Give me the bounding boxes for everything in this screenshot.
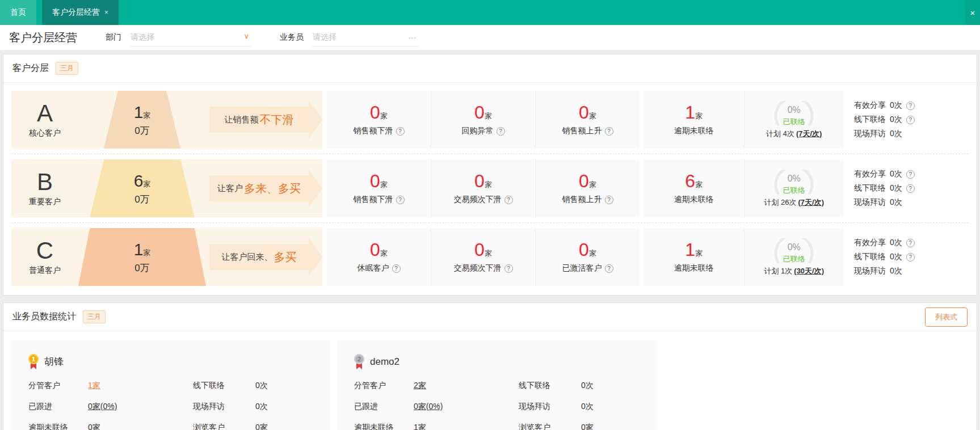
stat-sales-rise: 0家 销售额上升? — [535, 159, 640, 217]
help-icon[interactable]: ? — [605, 127, 613, 136]
month-badge: 三月 — [56, 62, 78, 75]
side-offline-contact: 线下联络0次? — [854, 115, 969, 125]
stat-frequency-decline: 0家 交易频次下滑? — [431, 228, 535, 286]
salesman-stats-grid: 分管客户2家 线下联络0次 已跟进0家(0%) 现场拜访0次 逾期未联络1家 浏… — [354, 381, 639, 430]
gauge-percent: 0% — [770, 174, 818, 184]
tier-c-trapezoid: 1家 0万 — [78, 228, 206, 286]
tier-a-stats: 0家 销售额下滑? 0家 回购异常? 0家 销售额上升? — [327, 91, 640, 149]
help-icon[interactable]: ? — [906, 116, 915, 124]
tier-amount: 0万 — [134, 124, 149, 137]
help-icon[interactable]: ? — [906, 184, 915, 193]
help-icon[interactable]: ? — [504, 264, 513, 273]
help-icon[interactable]: ? — [906, 102, 915, 110]
slogan-prefix: 让客户回来、 — [222, 252, 273, 263]
slogan-arrow: 让客户回来、 多买 — [209, 244, 309, 270]
tier-a-funnel: A 核心客户 1家 0万 让销售额 不下滑 — [11, 91, 322, 149]
tier-count: 6家 — [134, 171, 151, 191]
tier-c-stats: 0家 休眠客户? 0家 交易频次下滑? 0家 已激活客户? — [327, 228, 640, 286]
help-icon[interactable]: ? — [906, 239, 915, 247]
list-view-button[interactable]: 列表式 — [925, 307, 968, 327]
close-icon[interactable]: × — [965, 0, 980, 25]
stat-link[interactable]: 1家 — [88, 381, 193, 391]
salesman-name: 胡锋 — [44, 355, 64, 368]
gauge-label: 已联络 — [770, 254, 818, 264]
salesman-input[interactable]: 请选择 … — [312, 29, 419, 47]
side-offline-contact: 线下联络0次? — [854, 252, 969, 262]
tier-letter: A — [37, 102, 53, 125]
tier-amount: 0万 — [134, 193, 149, 206]
contact-gauge: 0% 已联络 计划 1次(30天/次) — [744, 228, 844, 286]
plan-cycle-link[interactable]: (7天/次) — [796, 129, 822, 138]
tier-a-trapezoid: 1家 0万 — [78, 91, 206, 149]
salesman-card-header: 2 demo2 — [354, 354, 639, 369]
stat-link[interactable]: 0家(0%) — [414, 402, 519, 412]
plan-text: 计划 26次(7天/次) — [764, 197, 824, 208]
plan-cycle-link[interactable]: (7天/次) — [798, 198, 825, 206]
salesmen-panel: 业务员数据统计 三月 列表式 1 胡锋 分管客户1家 线下联络0次 已跟进0家(… — [3, 302, 977, 430]
help-icon[interactable]: ? — [605, 264, 613, 273]
stat-dormant-customers: 0家 休眠客户? — [327, 228, 431, 286]
stat-link[interactable]: 2家 — [414, 381, 519, 391]
tier-count: 1家 — [134, 240, 151, 259]
slogan-arrow: 让销售额 不下滑 — [209, 107, 309, 133]
plan-cycle-link[interactable]: (30天/次) — [794, 267, 824, 275]
salesmen-title: 业务员数据统计 — [12, 311, 76, 323]
tier-c-funnel: C 普通客户 1家 0万 让客户回来、 多买 — [11, 228, 322, 286]
help-icon[interactable]: ? — [906, 253, 915, 262]
help-icon[interactable]: ? — [504, 196, 513, 204]
tab-home[interactable]: 首页 — [0, 0, 36, 25]
stat-frequency-decline: 0家 交易频次下滑? — [431, 159, 535, 217]
slogan-highlight: 多来、多买 — [244, 181, 301, 196]
chevron-down-icon[interactable]: ∨ — [243, 32, 249, 40]
side-effective-share: 有效分享0次? — [854, 169, 969, 179]
help-icon[interactable]: ? — [497, 127, 505, 136]
side-onsite-visit: 现场拜访0次 — [854, 266, 969, 276]
stat-overdue-uncontacted: 1家 逾期未联络 — [644, 91, 744, 149]
department-filter: 部门 请选择 ∨ — [106, 29, 251, 47]
tier-name: 重要客户 — [29, 197, 61, 207]
stat-overdue-uncontacted: 6家 逾期未联络 — [644, 159, 744, 217]
tier-row-a: A 核心客户 1家 0万 让销售额 不下滑 0家 — [11, 91, 969, 149]
tab-close-icon[interactable]: × — [104, 9, 108, 16]
help-icon[interactable]: ? — [396, 196, 405, 204]
tier-a-identity: A 核心客户 — [11, 91, 78, 149]
row-divider — [11, 154, 969, 154]
tier-c-identity: C 普通客户 — [11, 228, 78, 286]
slogan-highlight: 多买 — [274, 250, 297, 265]
tier-letter: C — [36, 239, 53, 263]
tier-c-side-stats: 有效分享0次? 线下联络0次? 现场拜访0次 — [848, 228, 969, 286]
slogan-arrow: 让客户 多来、多买 — [209, 175, 309, 201]
tab-customer-segmentation[interactable]: 客户分层经营 × — [42, 0, 119, 25]
page-title: 客户分层经营 — [9, 30, 77, 45]
side-onsite-visit: 现场拜访0次 — [854, 129, 969, 139]
stat-link[interactable]: 0家 — [88, 423, 193, 430]
tier-b-funnel: B 重要客户 6家 0万 让客户 多来、多买 — [11, 159, 322, 217]
salesmen-panel-header: 业务员数据统计 三月 列表式 — [3, 303, 977, 331]
plan-text: 计划 1次(30天/次) — [764, 266, 824, 276]
help-icon[interactable]: ? — [396, 127, 405, 136]
slogan-highlight: 不下滑 — [260, 112, 294, 128]
salesman-stats-grid: 分管客户1家 线下联络0次 已跟进0家(0%) 现场拜访0次 逾期未联络0家 浏… — [28, 381, 313, 430]
stat-overdue-uncontacted: 1家 逾期未联络 — [644, 228, 744, 286]
top-tab-bar: 首页 客户分层经营 × × — [0, 0, 980, 25]
stat-link[interactable]: 1家 — [414, 423, 519, 430]
salesman-card: 2 demo2 分管客户2家 线下联络0次 已跟进0家(0%) 现场拜访0次 逾… — [337, 340, 656, 430]
slogan-prefix: 让客户 — [217, 183, 243, 194]
tier-b-side-stats: 有效分享0次? 线下联络0次? 现场拜访0次 — [848, 159, 969, 217]
department-placeholder: 请选择 — [131, 32, 154, 41]
stat-link[interactable]: 0家(0%) — [88, 402, 193, 412]
stat-link[interactable]: 0家 — [255, 423, 313, 430]
help-icon[interactable]: ? — [392, 264, 401, 273]
tier-b-followup: 6家 逾期未联络 0% 已联络 计划 26次(7天/次) — [644, 159, 844, 217]
month-badge: 三月 — [83, 310, 106, 323]
help-icon[interactable]: ? — [605, 196, 613, 204]
side-onsite-visit: 现场拜访0次 — [854, 197, 969, 208]
stat-link[interactable]: 0家 — [581, 423, 639, 430]
ellipsis-icon[interactable]: … — [408, 31, 417, 40]
contact-gauge: 0% 已联络 计划 26次(7天/次) — [744, 159, 844, 217]
tier-name: 核心客户 — [29, 128, 61, 138]
salesman-name: demo2 — [370, 356, 399, 368]
side-effective-share: 有效分享0次? — [854, 238, 969, 248]
department-select[interactable]: 请选择 ∨ — [129, 29, 251, 47]
help-icon[interactable]: ? — [906, 170, 915, 179]
